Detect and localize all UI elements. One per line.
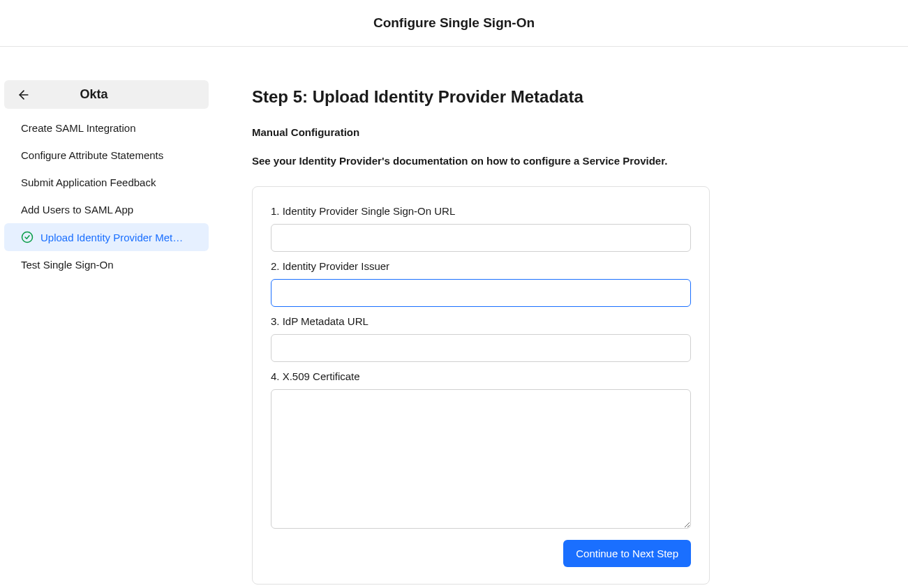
form-group-metadata-url: 3. IdP Metadata URL: [271, 315, 691, 362]
step-title: Step 5: Upload Identity Provider Metadat…: [252, 87, 710, 107]
form-actions: Continue to Next Step: [271, 540, 691, 567]
back-arrow-icon[interactable]: [15, 86, 32, 103]
label-sso-url: 1. Identity Provider Single Sign-On URL: [271, 205, 691, 217]
sidebar-item-test-sso[interactable]: Test Single Sign-On: [4, 251, 209, 278]
sidebar-item-label: Upload Identity Provider Met…: [40, 232, 183, 243]
label-metadata-url: 3. IdP Metadata URL: [271, 315, 691, 327]
step-subtitle: Manual Configuration: [252, 126, 710, 138]
textarea-certificate[interactable]: [271, 389, 691, 529]
form-group-sso-url: 1. Identity Provider Single Sign-On URL: [271, 205, 691, 252]
sidebar-item-upload-metadata[interactable]: Upload Identity Provider Met…: [4, 223, 209, 251]
input-metadata-url[interactable]: [271, 334, 691, 362]
input-sso-url[interactable]: [271, 224, 691, 252]
label-issuer: 2. Identity Provider Issuer: [271, 260, 691, 272]
sidebar-item-add-users[interactable]: Add Users to SAML App: [4, 196, 209, 223]
sidebar-item-configure-attributes[interactable]: Configure Attribute Statements: [4, 142, 209, 169]
step-description: See your Identity Provider's documentati…: [252, 155, 710, 167]
sidebar-item-label: Submit Application Feedback: [21, 176, 156, 188]
sidebar: Okta Create SAML Integration Configure A…: [0, 47, 213, 586]
sidebar-item-submit-feedback[interactable]: Submit Application Feedback: [4, 169, 209, 196]
form-group-issuer: 2. Identity Provider Issuer: [271, 260, 691, 307]
sidebar-item-label: Create SAML Integration: [21, 122, 136, 134]
svg-point-1: [22, 232, 33, 243]
page-header: Configure Single Sign-On: [0, 0, 908, 47]
label-certificate: 4. X.509 Certificate: [271, 370, 691, 382]
continue-button[interactable]: Continue to Next Step: [563, 540, 691, 567]
sidebar-step-list: Create SAML Integration Configure Attrib…: [4, 114, 209, 278]
form-card: 1. Identity Provider Single Sign-On URL …: [252, 186, 710, 585]
main-content: Step 5: Upload Identity Provider Metadat…: [213, 47, 743, 586]
sidebar-item-label: Add Users to SAML App: [21, 204, 133, 216]
sidebar-item-label: Configure Attribute Statements: [21, 149, 163, 161]
sidebar-item-label: Test Single Sign-On: [21, 259, 114, 271]
content-container: Okta Create SAML Integration Configure A…: [0, 47, 908, 586]
form-group-certificate: 4. X.509 Certificate: [271, 370, 691, 532]
sidebar-item-create-saml[interactable]: Create SAML Integration: [4, 114, 209, 142]
check-circle-icon: [21, 231, 34, 243]
input-issuer[interactable]: [271, 279, 691, 307]
page-header-title: Configure Single Sign-On: [0, 15, 908, 31]
sidebar-header[interactable]: Okta: [4, 80, 209, 109]
